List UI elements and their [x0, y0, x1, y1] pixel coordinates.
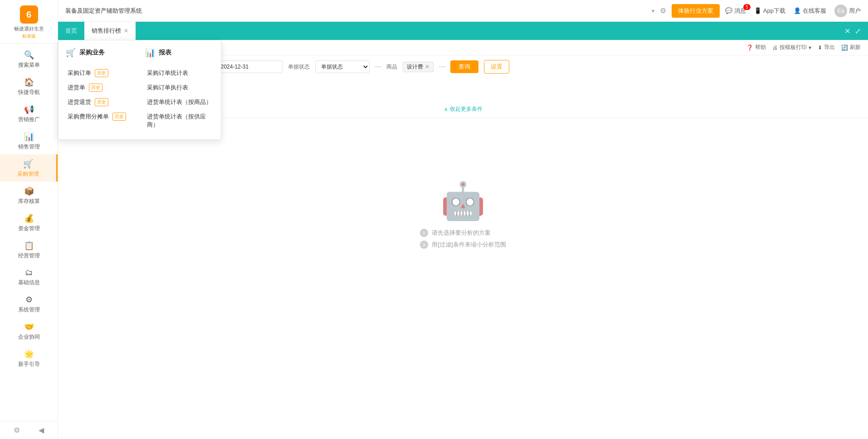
- sidebar-item-basic[interactable]: 🗂 基础信息: [0, 263, 58, 290]
- operation-icon: 📋: [24, 241, 34, 251]
- hist-badge: 历史: [95, 69, 108, 77]
- collapse-sidebar-icon[interactable]: ◀: [39, 426, 44, 434]
- dropdown-col-purchase-title: 🛒 采购业务: [66, 48, 134, 60]
- collapse-btn[interactable]: ∧ 收起更多条件: [444, 105, 483, 113]
- goods-dots[interactable]: ···: [439, 63, 445, 71]
- refresh-icon: 🔄: [841, 44, 848, 51]
- search-icon: 🔍: [24, 50, 34, 60]
- status-select[interactable]: 单据状态: [315, 60, 370, 73]
- empty-text: ① 请先选择要分析的方案 ② 用[过滤]条件来缩小分析范围: [420, 229, 506, 249]
- hist-badge: 历史: [112, 113, 126, 121]
- help-label: 帮助: [755, 44, 766, 51]
- sidebar-item-search[interactable]: 🔍 搜索菜单: [0, 45, 58, 73]
- sidebar-item-label: 快捷导航: [18, 89, 40, 96]
- sidebar-item-purchase[interactable]: 🛒 采购管理: [0, 154, 58, 182]
- sidebar-item-corp[interactable]: 🤝 企业协同: [0, 317, 58, 345]
- sidebar-logo: 6 畅捷通好生意 标准版: [0, 0, 58, 44]
- dropdown-col-purchase: 🛒 采购业务 采购订单 历史 进货单 历史 进货退货 历史 采购费用分摊单: [66, 48, 134, 132]
- dropdown-item-inbound-stat-goods[interactable]: 进货单统计表（按商品）: [145, 95, 214, 109]
- sidebar-item-quick[interactable]: 🏠 快捷导航: [0, 73, 58, 100]
- sidebar-item-label: 新手引导: [18, 360, 40, 368]
- print-label: 按模板打印: [780, 44, 807, 51]
- purchase-col-icon: 🛒: [66, 48, 76, 58]
- tab-home-label: 首页: [65, 27, 77, 35]
- sidebar-item-operation[interactable]: 📋 经营管理: [0, 236, 58, 263]
- tabbar: 首页 销售排行榜 ✕ ✕ ⤢: [58, 22, 868, 40]
- empty-illustration: 🤖: [440, 180, 486, 222]
- settings-icon[interactable]: ⚙: [14, 426, 20, 434]
- hist-badge: 历史: [95, 98, 108, 106]
- tabbar-expand-icon[interactable]: ⤢: [855, 27, 861, 35]
- print-arrow-icon: ▾: [809, 44, 811, 51]
- set-btn[interactable]: 设置: [484, 60, 509, 74]
- sidebar-item-inventory[interactable]: 📦 库存核算: [0, 182, 58, 209]
- inventory-icon: 📦: [24, 186, 34, 196]
- dropdown-item-inbound[interactable]: 进货单 历史: [66, 80, 134, 95]
- query-btn[interactable]: 查询: [450, 60, 478, 73]
- tab-close-icon[interactable]: ✕: [124, 28, 128, 34]
- dropdown-col-report-label: 报表: [159, 49, 171, 57]
- industry-btn[interactable]: 体验行业方案: [672, 4, 720, 18]
- dropdown-item-inbound-return[interactable]: 进货退货 历史: [66, 95, 134, 109]
- empty-step-2: ② 用[过滤]条件来缩小分析范围: [420, 241, 506, 249]
- tab-sales-rank[interactable]: 销售排行榜 ✕: [84, 22, 136, 40]
- step-number-2: ②: [420, 241, 428, 249]
- sidebar-item-guide[interactable]: 🌟 新手引导: [0, 345, 58, 372]
- goods-tag-remove[interactable]: ✕: [425, 64, 429, 70]
- sidebar-item-label: 营销推广: [18, 116, 40, 123]
- goods-label: 商品: [386, 63, 397, 71]
- sidebar-item-label: 采购管理: [17, 170, 39, 178]
- status-label: 单据状态: [288, 63, 310, 71]
- dropdown-item-purchase-order[interactable]: 采购订单 历史: [66, 66, 134, 80]
- dropdown-item-label: 进货退货: [68, 98, 91, 106]
- tab-home[interactable]: 首页: [58, 22, 84, 40]
- status-dots[interactable]: ···: [375, 63, 381, 71]
- message-badge: 5: [743, 4, 751, 10]
- dropdown-item-purchase-expense[interactable]: 采购费用分摊单 历史: [66, 109, 134, 124]
- topbar-gear-icon[interactable]: ⚙: [660, 6, 666, 15]
- step-label-1: 请先选择要分析的方案: [432, 229, 491, 237]
- user-btn[interactable]: Ea 用户: [834, 5, 861, 17]
- app-download-btn[interactable]: 📱 App下载: [754, 7, 785, 15]
- print-icon: 🖨: [772, 44, 778, 51]
- service-label: 在线客服: [803, 7, 826, 15]
- user-label: 用户: [849, 7, 861, 15]
- sidebar-item-finance[interactable]: 💰 资金管理: [0, 209, 58, 236]
- dropdown-item-label: 采购费用分摊单: [68, 113, 109, 121]
- sidebar: 6 畅捷通好生意 标准版 🔍 搜索菜单 🏠 快捷导航 📢 营销推广 📊 销售管理…: [0, 0, 58, 439]
- sidebar-item-system[interactable]: ⚙ 系统管理: [0, 290, 58, 317]
- dropdown-col-report-title: 📊 报表: [145, 48, 214, 60]
- service-btn[interactable]: 👤 在线客服: [794, 7, 826, 15]
- empty-step-1: ① 请先选择要分析的方案: [420, 229, 506, 237]
- tabbar-close-icon[interactable]: ✕: [844, 27, 850, 35]
- sidebar-item-marketing[interactable]: 📢 营销推广: [0, 100, 58, 127]
- main-area: 装备及固定资产辅助管理系统 ▾ ⚙ 体验行业方案 💬 消息 5 📱 App下载 …: [58, 0, 868, 439]
- topbar-title: 装备及固定资产辅助管理系统: [65, 7, 646, 15]
- finance-icon: 💰: [24, 213, 34, 223]
- help-btn[interactable]: ❓ 帮助: [746, 44, 766, 51]
- message-btn[interactable]: 💬 消息 5: [725, 7, 746, 15]
- topbar-right: 💬 消息 5 📱 App下载 👤 在线客服 Ea 用户: [725, 5, 861, 17]
- sidebar-item-label: 销售管理: [18, 143, 40, 151]
- sidebar-bottom: ⚙ ◀: [0, 421, 58, 439]
- topbar: 装备及固定资产辅助管理系统 ▾ ⚙ 体验行业方案 💬 消息 5 📱 App下载 …: [58, 0, 868, 22]
- refresh-btn[interactable]: 🔄 刷新: [841, 44, 861, 51]
- dropdown-item-label: 采购订单统计表: [147, 69, 188, 77]
- sidebar-item-label: 基础信息: [18, 279, 40, 286]
- dropdown-item-purchase-order-exec[interactable]: 采购订单执行表: [145, 80, 214, 95]
- sidebar-item-label: 经营管理: [18, 252, 40, 260]
- sidebar-item-sales[interactable]: 📊 销售管理: [0, 127, 58, 154]
- export-icon: ⬇: [818, 44, 822, 51]
- logo-icon: 6: [20, 5, 38, 24]
- step-number-1: ①: [420, 229, 428, 237]
- dropdown-item-inbound-stat-supplier[interactable]: 进货单统计表（按供应商）: [145, 109, 214, 132]
- dropdown-item-purchase-order-stat[interactable]: 采购订单统计表: [145, 66, 214, 80]
- service-icon: 👤: [794, 7, 801, 14]
- print-btn[interactable]: 🖨 按模板打印 ▾: [772, 44, 811, 51]
- topbar-dropdown-arrow[interactable]: ▾: [652, 8, 654, 14]
- goods-tag: 设计费 ✕: [403, 62, 434, 72]
- export-btn[interactable]: ⬇ 导出: [818, 44, 835, 51]
- help-icon: ❓: [746, 44, 753, 51]
- sidebar-item-label: 系统管理: [18, 306, 40, 314]
- tabbar-container: 首页 销售排行榜 ✕ ✕ ⤢ 🛒 采购业务 采购订单 历史: [58, 22, 868, 40]
